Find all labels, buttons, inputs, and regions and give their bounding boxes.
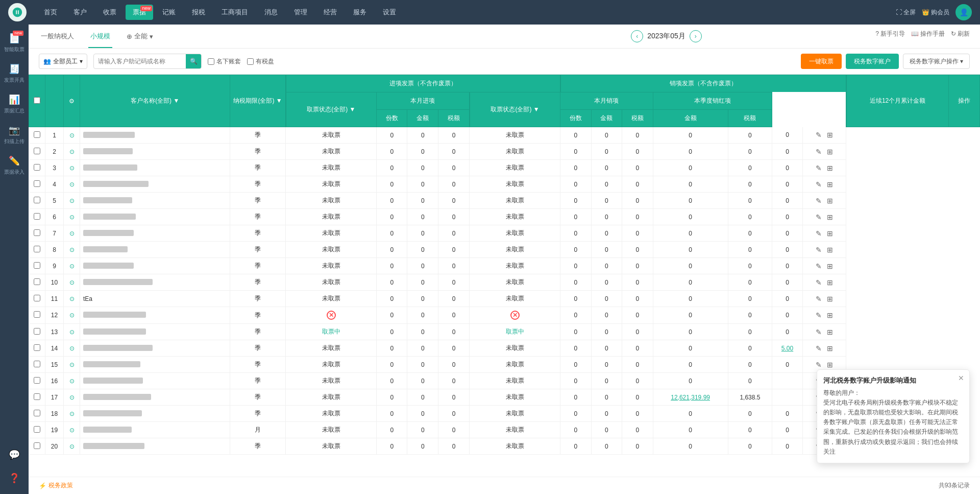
copy-action-icon[interactable]: ⊞ [825,229,835,238]
row-settings[interactable]: ⊙ [64,127,80,144]
row-settings[interactable]: ⊙ [64,258,80,274]
edit-action-icon[interactable]: ✎ [814,311,823,319]
client-search-input[interactable] [94,58,186,65]
edit-action-icon[interactable]: ✎ [814,361,823,369]
copy-action-icon[interactable]: ⊞ [825,197,835,205]
employee-filter[interactable]: 👥 全部员工 ▾ [39,54,87,69]
nav-service[interactable]: 服务 [346,5,374,20]
nav-business[interactable]: 工商项目 [214,5,255,20]
row-checkbox[interactable] [29,357,45,373]
row-checkbox[interactable] [29,127,45,144]
copy-action-icon[interactable]: ⊞ [825,311,835,319]
row-settings[interactable]: ⊙ [64,291,80,307]
row-settings[interactable]: ⊙ [64,242,80,258]
row-settings[interactable]: ⊙ [64,373,80,389]
row-checkbox[interactable] [29,389,45,406]
copy-action-icon[interactable]: ⊞ [825,246,835,254]
manual-button[interactable]: 📖 操作手册 [911,30,945,38]
copy-action-icon[interactable]: ⊞ [825,278,835,287]
digital-account-button[interactable]: 税务数字账户 [846,54,899,69]
copy-action-icon[interactable]: ⊞ [825,180,835,189]
nav-accounting[interactable]: 记账 [155,5,183,20]
edit-action-icon[interactable]: ✎ [814,328,823,336]
vip-button[interactable]: 👑 购会员 [922,8,949,17]
edit-action-icon[interactable]: ✎ [814,131,823,139]
edit-action-icon[interactable]: ✎ [814,180,823,189]
th-client-name[interactable]: 客户名称(全部) ▼ [80,75,230,127]
edit-action-icon[interactable]: ✎ [814,148,823,156]
new-guide-button[interactable]: ? 新手引导 [875,30,905,38]
copy-action-icon[interactable]: ⊞ [825,262,835,270]
th-in-ticket-status[interactable]: 取票状态(全部) ▼ [286,92,377,127]
notification-close-button[interactable]: ✕ [958,374,964,382]
digital-account-op-button[interactable]: 税务数字账户操作 ▾ [903,54,970,69]
nav-clients[interactable]: 客户 [66,5,94,20]
row-checkbox[interactable] [29,274,45,291]
search-button[interactable]: 🔍 [186,54,201,69]
nav-messages[interactable]: 消息 [257,5,285,20]
copy-action-icon[interactable]: ⊞ [825,164,835,172]
row-checkbox[interactable] [29,225,45,242]
row-settings[interactable]: ⊙ [64,209,80,225]
sidebar-item-help[interactable]: ❓ [2,468,27,488]
copy-action-icon[interactable]: ⊞ [825,361,835,369]
checkbox-has-taxdisk[interactable]: 有税盘 [247,57,274,66]
row-settings[interactable]: ⊙ [64,274,80,291]
row-settings[interactable]: ⊙ [64,340,80,357]
th-out-ticket-status[interactable]: 取票状态(全部) ▼ [470,92,560,127]
row-settings[interactable]: ⊙ [64,357,80,373]
sidebar-item-scan-upload[interactable]: 📷 扫描上传 [2,121,27,149]
one-click-ticket-button[interactable]: 一键取票 [801,54,842,69]
sidebar-item-smart-ticket[interactable]: 📄 智能取票 new [2,29,27,57]
nav-management[interactable]: 管理 [287,5,314,20]
row-settings[interactable]: ⊙ [64,225,80,242]
row-checkbox[interactable] [29,406,45,422]
copy-action-icon[interactable]: ⊞ [825,213,835,221]
edit-action-icon[interactable]: ✎ [814,344,823,352]
row-checkbox[interactable] [29,340,45,357]
edit-action-icon[interactable]: ✎ [814,278,823,287]
sidebar-item-ticket-summary[interactable]: 📊 票据汇总 [2,90,27,119]
copy-action-icon[interactable]: ⊞ [825,344,835,352]
row-checkbox[interactable] [29,242,45,258]
row-checkbox[interactable] [29,193,45,209]
row-checkbox[interactable] [29,291,45,307]
tab-all[interactable]: ⊕ 全能 ▾ [125,26,155,48]
row-settings[interactable]: ⊙ [64,307,80,324]
checkbox-account-input[interactable] [208,58,214,65]
row-settings[interactable]: ⊙ [64,160,80,176]
refund-amount-link[interactable]: 12,621,319.99 [671,394,710,401]
app-logo[interactable] [8,3,27,21]
fullscreen-button[interactable]: ⛶ 全屏 [896,8,916,17]
nav-home[interactable]: 首页 [37,5,64,20]
user-avatar[interactable]: 👤 [955,4,972,20]
nav-tickets[interactable]: 票据 new [126,5,153,20]
row-checkbox[interactable] [29,438,45,455]
refresh-button[interactable]: ↻ 刷新 [951,30,970,38]
nav-operations[interactable]: 经营 [316,5,344,20]
checkbox-taxdisk-input[interactable] [247,58,254,65]
edit-action-icon[interactable]: ✎ [814,213,823,221]
copy-action-icon[interactable]: ⊞ [825,131,835,139]
edit-action-icon[interactable]: ✎ [814,262,823,270]
edit-action-icon[interactable]: ✎ [814,229,823,238]
row-settings[interactable]: ⊙ [64,389,80,406]
row-checkbox[interactable] [29,324,45,340]
row-settings[interactable]: ⊙ [64,422,80,438]
row-checkbox[interactable] [29,176,45,193]
nav-settings[interactable]: 设置 [376,5,403,20]
edit-action-icon[interactable]: ✎ [814,246,823,254]
row-checkbox[interactable] [29,258,45,274]
next-month-button[interactable]: › [690,30,702,42]
row-settings[interactable]: ⊙ [64,144,80,160]
tab-general-taxpayer[interactable]: 一般纳税人 [39,26,76,48]
edit-action-icon[interactable]: ✎ [814,164,823,172]
prev-month-button[interactable]: ‹ [631,30,643,42]
row-checkbox[interactable] [29,422,45,438]
row-checkbox[interactable] [29,307,45,324]
tab-small-scale[interactable]: 小规模 [88,26,112,48]
copy-action-icon[interactable]: ⊞ [825,328,835,336]
select-all-checkbox[interactable] [34,97,40,104]
row-checkbox[interactable] [29,160,45,176]
nav-tax[interactable]: 报税 [185,5,212,20]
